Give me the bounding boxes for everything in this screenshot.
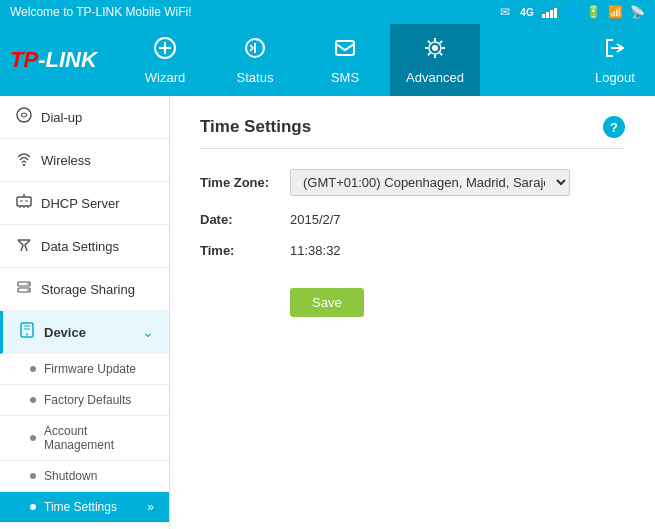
- svg-point-6: [23, 164, 25, 166]
- device-chevron-icon: ⌄: [142, 324, 154, 340]
- sidebar-item-dhcp[interactable]: DHCP Server: [0, 182, 169, 225]
- time-settings-label: Time Settings: [44, 500, 117, 514]
- dot-icon: [30, 397, 36, 403]
- signal-4g-icon: 4G: [519, 4, 535, 20]
- svg-rect-7: [17, 197, 31, 206]
- timezone-label: Time Zone:: [200, 175, 290, 190]
- shutdown-label: Shutdown: [44, 469, 97, 483]
- tab-status-label: Status: [237, 70, 274, 85]
- sidebar-item-device-label: Device: [44, 325, 86, 340]
- wizard-icon: [153, 36, 177, 66]
- globe-icon: 🌐: [563, 4, 579, 20]
- content-area: Time Settings ? Time Zone: (GMT-12:00) I…: [170, 96, 655, 529]
- storage-icon: [15, 278, 33, 300]
- advanced-icon: [423, 36, 447, 66]
- logout-button[interactable]: Logout: [585, 36, 645, 85]
- tab-sms[interactable]: SMS: [300, 24, 390, 96]
- tab-advanced-label: Advanced: [406, 70, 464, 85]
- nav-bar: TP-LINK Wizard Status: [0, 24, 655, 96]
- wireless-icon: [15, 149, 33, 171]
- svg-point-5: [17, 108, 31, 122]
- nav-tabs: Wizard Status SMS: [120, 24, 585, 96]
- sidebar-item-storage-label: Storage Sharing: [41, 282, 135, 297]
- date-label: Date:: [200, 212, 290, 227]
- svg-point-10: [27, 283, 29, 285]
- data-settings-icon: [15, 235, 33, 257]
- logout-label: Logout: [595, 70, 635, 85]
- sidebar-item-storage[interactable]: Storage Sharing: [0, 268, 169, 311]
- sidebar: Dial-up Wireless: [0, 96, 170, 529]
- sidebar-item-wireless[interactable]: Wireless: [0, 139, 169, 182]
- top-bar: Welcome to TP-LINK Mobile WiFi! ✉ 4G 🌐 🔋…: [0, 0, 655, 24]
- svg-point-3: [432, 45, 438, 51]
- sidebar-item-device[interactable]: Device ⌄: [0, 311, 169, 354]
- time-value: 11:38:32: [290, 243, 341, 258]
- top-bar-icons: ✉ 4G 🌐 🔋 📶 📡: [497, 4, 645, 20]
- sidebar-sub-system-log[interactable]: System Log: [0, 523, 169, 529]
- tab-sms-label: SMS: [331, 70, 359, 85]
- main-content: Dial-up Wireless: [0, 96, 655, 529]
- content-header: Time Settings ?: [200, 116, 625, 149]
- tab-status[interactable]: Status: [210, 24, 300, 96]
- sidebar-item-data-settings[interactable]: Data Settings: [0, 225, 169, 268]
- sms-icon: [333, 36, 357, 66]
- wifi-icon: 📡: [629, 4, 645, 20]
- page-title: Time Settings: [200, 117, 311, 137]
- sidebar-item-dial-up[interactable]: Dial-up: [0, 96, 169, 139]
- dot-icon: [30, 473, 36, 479]
- device-icon: [18, 321, 36, 343]
- time-settings-arrow-icon: »: [147, 500, 154, 514]
- sidebar-item-dhcp-label: DHCP Server: [41, 196, 120, 211]
- logo: TP-LINK: [10, 47, 100, 73]
- signal-bars-icon: [541, 4, 557, 20]
- help-button[interactable]: ?: [603, 116, 625, 138]
- sidebar-item-wireless-label: Wireless: [41, 153, 91, 168]
- account-management-label: Account Management: [44, 424, 154, 452]
- timezone-select[interactable]: (GMT-12:00) International Date Line West…: [290, 169, 570, 196]
- svg-rect-2: [336, 41, 354, 55]
- date-row: Date: 2015/2/7: [200, 212, 625, 227]
- dot-icon: [30, 435, 36, 441]
- svg-point-13: [26, 334, 28, 336]
- dot-icon: [30, 504, 36, 510]
- save-button[interactable]: Save: [290, 288, 364, 317]
- tab-wizard[interactable]: Wizard: [120, 24, 210, 96]
- time-row: Time: 11:38:32: [200, 243, 625, 258]
- time-label: Time:: [200, 243, 290, 258]
- sidebar-item-data-settings-label: Data Settings: [41, 239, 119, 254]
- battery-icon: 🔋: [585, 4, 601, 20]
- envelope-icon: ✉: [497, 4, 513, 20]
- dot-icon: [30, 366, 36, 372]
- dhcp-icon: [15, 192, 33, 214]
- logout-icon: [603, 36, 627, 66]
- sidebar-sub-account-management[interactable]: Account Management: [0, 416, 169, 461]
- tab-advanced[interactable]: Advanced: [390, 24, 480, 96]
- sidebar-item-dial-up-label: Dial-up: [41, 110, 82, 125]
- sim-icon: 📶: [607, 4, 623, 20]
- sidebar-sub-time-settings[interactable]: Time Settings »: [0, 492, 169, 523]
- top-bar-title: Welcome to TP-LINK Mobile WiFi!: [10, 5, 192, 19]
- save-row: Save: [200, 278, 625, 317]
- dial-up-icon: [15, 106, 33, 128]
- status-icon: [243, 36, 267, 66]
- date-value: 2015/2/7: [290, 212, 341, 227]
- sidebar-sub-firmware-update[interactable]: Firmware Update: [0, 354, 169, 385]
- sidebar-sub-shutdown[interactable]: Shutdown: [0, 461, 169, 492]
- sidebar-sub-factory-defaults[interactable]: Factory Defaults: [0, 385, 169, 416]
- factory-defaults-label: Factory Defaults: [44, 393, 131, 407]
- svg-point-11: [27, 289, 29, 291]
- firmware-update-label: Firmware Update: [44, 362, 136, 376]
- tab-wizard-label: Wizard: [145, 70, 185, 85]
- timezone-row: Time Zone: (GMT-12:00) International Dat…: [200, 169, 625, 196]
